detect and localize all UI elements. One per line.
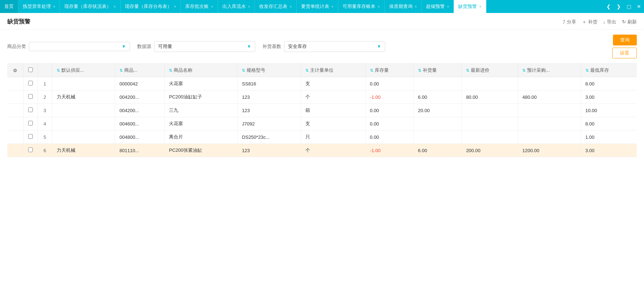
row-num-cell: 4 (38, 117, 52, 131)
row-checkbox-cell (23, 77, 38, 90)
tab-label: 现存量（库存状况表） (64, 3, 111, 10)
tab-item-batch-account[interactable]: 库存批次账× (181, 0, 218, 13)
estimated-purchase-cell (518, 117, 581, 131)
tab-item-demand-stats[interactable]: 要货单统计表× (297, 0, 338, 13)
tab-close-btn[interactable]: × (447, 4, 449, 9)
share-button[interactable]: ⤴ 分享 (563, 19, 576, 25)
filter-actions: 查询 设置 (612, 35, 637, 58)
query-button[interactable]: 查询 (613, 35, 637, 45)
col-estimated-purchase: ⇅预计采购... (518, 64, 581, 77)
tab-close-btn[interactable]: × (290, 4, 292, 9)
unit-cell: 箱 (301, 104, 365, 117)
stock-qty-cell: 0.00 (365, 131, 413, 144)
tab-close-btn[interactable]: × (248, 4, 250, 9)
settings-button[interactable]: 设置 (612, 48, 637, 58)
goods-code-cell: 004200... (115, 104, 165, 117)
close-window-btn[interactable]: ✕ (634, 0, 644, 13)
table-header-row: ⚙ ⇅默认供应... ⇅商品... ⇅商品名称 ⇅规格型号 ⇅主计量单位 ⇅库存… (7, 64, 637, 77)
replenish-button[interactable]: ＋ 补货 (582, 19, 597, 25)
next-tab-btn[interactable]: ❯ (614, 0, 624, 13)
min-stock-cell: 10.00 (581, 104, 637, 117)
spec-cell: 123 (238, 104, 301, 117)
select-all-checkbox[interactable] (28, 67, 33, 72)
tab-item-overstock[interactable]: 超储预警× (422, 0, 454, 13)
datasource-select[interactable]: 可用量 ▼ (154, 41, 255, 52)
latest-price-cell: 200.00 (462, 144, 518, 157)
row-checkbox[interactable] (28, 107, 33, 112)
gear-icon[interactable]: ⚙ (13, 68, 17, 73)
table-row: 6力天机械801110...PC200张紧油缸123个-1.006.00200.… (7, 144, 637, 157)
replenish-qty-cell (413, 77, 461, 90)
datasource-filter-group: 数据源 可用量 ▼ (137, 41, 255, 52)
data-table: ⚙ ⇅默认供应... ⇅商品... ⇅商品名称 ⇅规格型号 ⇅主计量单位 ⇅库存… (7, 63, 637, 157)
row-checkbox[interactable] (28, 121, 33, 125)
tab-item-expiry-query[interactable]: 保质期查询× (385, 0, 422, 13)
goods-code-cell: 004200... (115, 90, 165, 104)
min-stock-cell: 1.00 (581, 131, 637, 144)
tab-item-inout-flow[interactable]: 出入库流水× (218, 0, 255, 13)
row-checkbox[interactable] (28, 94, 33, 99)
tab-close-btn[interactable]: × (211, 4, 213, 9)
default-supplier-cell (52, 77, 115, 90)
col-replenish-qty: ⇅补货量 (413, 64, 461, 77)
row-checkbox[interactable] (28, 147, 33, 152)
latest-price-cell (462, 77, 518, 90)
goods-name-cell: 离合片 (165, 131, 238, 144)
col-goods-name: ⇅商品名称 (165, 64, 238, 77)
replenish-qty-cell (413, 131, 461, 144)
min-stock-cell: 3.00 (581, 90, 637, 104)
tab-label: 要货单统计表 (301, 3, 329, 10)
min-stock-cell: 3.00 (581, 144, 637, 157)
goods-name-cell: 三九 (165, 104, 238, 117)
tab-close-btn[interactable]: × (479, 4, 481, 9)
replenish-base-select[interactable]: 安全库存 ▼ (284, 41, 385, 52)
replenish-base-label: 补货基数 (262, 43, 281, 50)
tab-label: 首页 (4, 3, 14, 10)
restore-window-btn[interactable]: ▢ (624, 0, 634, 13)
tab-item-exception[interactable]: 拣货异常处理× (18, 0, 60, 13)
category-select[interactable]: ▼ (29, 42, 130, 51)
tab-close-btn[interactable]: × (174, 4, 176, 9)
replenish-qty-cell: 6.00 (413, 90, 461, 104)
row-checkbox[interactable] (28, 134, 33, 139)
tab-label: 现存量（库存分布表） (125, 3, 172, 10)
tab-close-btn[interactable]: × (53, 4, 55, 9)
category-label: 商品分类 (7, 43, 26, 50)
col-stock-qty: ⇅库存量 (365, 64, 413, 77)
page-title: 缺货预警 (7, 18, 30, 26)
tab-close-btn[interactable]: × (331, 4, 334, 9)
tab-close-btn[interactable]: × (378, 4, 380, 9)
estimated-purchase-cell: 1200.00 (518, 144, 581, 157)
tab-item-home[interactable]: 首页 (0, 0, 18, 13)
goods-name-cell: 火花塞 (165, 117, 238, 131)
unit-cell: 个 (301, 144, 365, 157)
replenish-base-value: 安全库存 (288, 43, 307, 50)
refresh-button[interactable]: ↻ 刷新 (622, 19, 637, 25)
tab-item-available-ledger[interactable]: 可用量库存账本× (338, 0, 384, 13)
export-button[interactable]: ↓ 导出 (603, 19, 617, 25)
default-supplier-cell (52, 131, 115, 144)
replenish-base-filter-group: 补货基数 安全库存 ▼ (262, 41, 385, 52)
row-gear-cell (7, 104, 23, 117)
table-row: 4004600...火花塞J7092支0.008.00 (7, 117, 637, 131)
row-checkbox[interactable] (28, 81, 33, 85)
prev-tab-btn[interactable]: ❮ (604, 0, 614, 13)
replenish-icon: ＋ (582, 19, 587, 25)
goods-code-cell: 004800... (115, 131, 165, 144)
tab-item-shortage[interactable]: 缺货预警× (454, 0, 486, 13)
stock-qty-cell: 0.00 (365, 104, 413, 117)
filter-area: 商品分类 ▼ 数据源 可用量 ▼ 补货基数 安全库存 ▼ 查询 设置 (0, 30, 644, 63)
tab-close-btn[interactable]: × (415, 4, 417, 9)
unit-cell: 个 (301, 90, 365, 104)
col-gear: ⚙ (7, 64, 23, 77)
page-content: 缺货预警 ⤴ 分享 ＋ 补货 ↓ 导出 ↻ 刷新 商品分类 (0, 13, 644, 287)
tab-item-receive-summary[interactable]: 收发存汇总表× (255, 0, 296, 13)
latest-price-cell (462, 117, 518, 131)
goods-name-cell: PC200张紧油缸 (165, 144, 238, 157)
col-rownum (38, 64, 52, 77)
tab-item-inventory-dist[interactable]: 现存量（库存分布表）× (121, 0, 181, 13)
tab-close-btn[interactable]: × (113, 4, 116, 9)
tab-item-inventory-status[interactable]: 现存量（库存状况表）× (60, 0, 120, 13)
row-gear-cell (7, 131, 23, 144)
datasource-label: 数据源 (137, 43, 151, 50)
